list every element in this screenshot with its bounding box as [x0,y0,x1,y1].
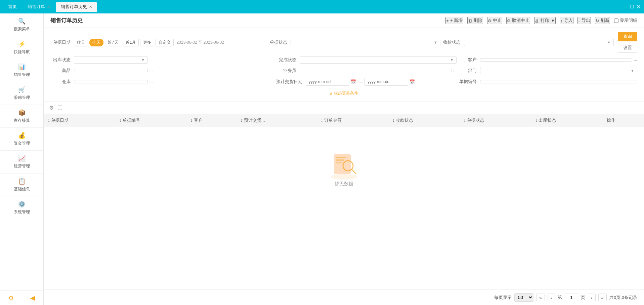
sidebar-item-basic-info-label: 基础信息 [14,186,30,192]
show-detail-label: 显示明细 [620,17,637,24]
complete-status-select[interactable]: ▼ [300,56,457,64]
tab-home[interactable]: 首页 [3,2,22,12]
import-button[interactable]: ↑ 导入 [560,17,573,24]
order-status-select[interactable]: ▼ [291,39,440,46]
salesperson-col: 业务员 ··· [276,68,457,74]
warehouse-input[interactable] [74,80,148,83]
cancel-stop-icon: ⊘ [507,18,511,23]
goods-more-icon[interactable]: ··· [149,68,153,73]
stop-button[interactable]: ⊘ 中止 [487,17,502,24]
date-btn-today[interactable]: 今天 [89,39,103,46]
finance-mgmt-icon: 💰 [18,132,26,139]
warehouse-more-icon[interactable]: ··· [149,79,153,84]
print-button[interactable]: 🖨 打印 ▼ [534,17,556,24]
sidebar-item-quick-nav[interactable]: ⚡ 快捷导航 [0,36,43,59]
department-col: 部门 ▼ [457,67,637,74]
show-detail-checkbox[interactable] [614,18,618,23]
sidebar-item-basic-info[interactable]: 📋 基础信息 [0,174,43,196]
sidebar-item-sales-mgmt-label: 销售管理 [14,72,30,78]
stop-icon: ⊘ [488,18,491,23]
collapse-button[interactable]: ∧ 收起更多条件 [50,89,637,98]
cancel-stop-button[interactable]: ⊘ 取消中止 [506,17,530,24]
goods-label: 商品 [50,68,74,74]
svg-line-6 [352,169,356,174]
salesperson-more-icon[interactable]: ··· [453,68,457,73]
delivery-date-start-calendar-icon[interactable]: 📅 [351,79,356,84]
payment-status-col: 收款状态 ▼ [440,39,614,46]
sidebar-item-purchase-mgmt[interactable]: 🛒 采购管理 [0,82,43,105]
close-btn[interactable]: ✕ [636,4,641,10]
sidebar-item-inventory[interactable]: 📦 库存核算 [0,105,43,128]
export-button[interactable]: ↓ 导出 [577,17,591,24]
salesperson-label: 业务员 [276,68,300,74]
order-status-arrow-icon: ▼ [434,40,437,44]
delivery-date-end-calendar-icon[interactable]: 📅 [410,79,415,84]
complete-status-arrow-icon: ▼ [450,58,454,62]
table-header-row: ↕ 单据日期 ↕ 单据编号 ↕ 客户 ↕ 预计交货... ↕ 订单金额 [44,114,644,127]
goods-input[interactable] [74,69,148,72]
minimize-btn[interactable]: — [622,4,628,10]
payment-status-select[interactable]: ▼ [464,39,614,46]
first-page-btn[interactable]: « [536,294,545,301]
settings-button[interactable]: 设置 [618,43,637,53]
sidebar-item-inventory-label: 库存核算 [14,118,30,123]
purchase-mgmt-icon: 🛒 [18,86,26,93]
col-action: 操作 [603,114,644,127]
sidebar-item-search-menu[interactable]: 🔍 搜索菜单 [0,13,43,36]
date-btn-7days[interactable]: 近7天 [105,39,121,46]
salesperson-input[interactable] [300,69,452,72]
order-number-input[interactable] [480,80,637,83]
tab-sales-order-close[interactable]: ✕ [47,5,50,9]
select-all-checkbox[interactable] [58,106,62,110]
basic-info-icon: 📋 [18,178,26,185]
date-btn-more[interactable]: 更多 [140,39,154,46]
col-customer: ↕ 客户 [186,114,236,127]
warehouse-label: 仓库 [50,79,74,85]
customer-more-icon[interactable]: ··· [634,58,637,63]
sidebar-collapse-icon[interactable]: ◀ [30,294,35,302]
date-btn-yesterday[interactable]: 昨天 [74,39,88,46]
col-action-label: 操作 [607,118,615,123]
sidebar-item-system-mgmt[interactable]: ⚙️ 系统管理 [0,196,43,219]
warehouse-status-select[interactable]: ▼ [74,56,148,64]
col-payment-status-label: ↕ 收款状态 [392,118,413,123]
page-number-input[interactable] [565,294,578,301]
filter-row-3: 商品 ··· 业务员 ··· 部门 ▼ [50,67,637,74]
sidebar-item-sales-mgmt[interactable]: 📊 销售管理 [0,59,43,82]
action-buttons-col: 查询 设置 [618,32,637,53]
delivery-date-start-input[interactable] [306,78,349,86]
col-delivery-date-label: ↕ 预计交货... [241,118,265,123]
page-label: 第 [558,295,562,301]
export-label: 导出 [582,17,590,24]
date-btn-custom[interactable]: 自定义 [156,39,174,46]
tab-sales-order-history-close[interactable]: ✕ [89,5,92,9]
maximize-btn[interactable]: □ [630,4,634,10]
next-page-btn[interactable]: › [588,294,595,301]
refresh-button[interactable]: ↻ 刷新 [595,17,610,24]
filter-area: 单据日期 昨天 今天 近7天 近1月 更多 自定义 2023-06-02 至 2… [44,28,644,102]
sidebar-settings-icon[interactable]: ⚙ [8,294,14,302]
sidebar-item-finance-mgmt[interactable]: 💰 资金管理 [0,128,43,151]
table-settings-icon[interactable]: ⚙ [49,105,54,111]
delivery-date-end-input[interactable] [364,78,408,86]
department-select[interactable]: ▼ [480,67,637,74]
sidebar-item-finance-mgmt-label: 资金管理 [14,141,30,146]
delete-button[interactable]: 🗑 删除 [467,17,483,24]
toolbar: + + 新增 🗑 删除 ⊘ 中止 ⊘ 取消中止 🖨 打印 [445,17,637,24]
page-header: 销售订单历史 + + 新增 🗑 删除 ⊘ 中止 ⊘ 取消中止 [44,13,644,28]
tab-sales-order[interactable]: 销售订单 ✕ [23,2,55,12]
import-label: 导入 [564,17,573,24]
pagination: 每页显示 50 20 100 « ‹ 第 页 › » 共0页,0条记录 [44,290,644,305]
query-button[interactable]: 查询 [618,32,637,41]
date-btn-1month[interactable]: 近1月 [123,39,139,46]
tab-sales-order-history[interactable]: 销售订单历史 ✕ [56,2,97,12]
prev-page-btn[interactable]: ‹ [548,294,555,301]
customer-input[interactable] [480,58,632,62]
col-warehouse-status: ↕ 出库状态 [531,114,603,127]
system-mgmt-icon: ⚙️ [18,200,26,208]
sidebar-item-business-mgmt[interactable]: 📈 经营管理 [0,151,43,174]
last-page-btn[interactable]: » [598,294,607,301]
new-button[interactable]: + + 新增 [445,17,463,24]
show-detail-checkbox-label[interactable]: 显示明细 [614,17,637,24]
per-page-select[interactable]: 50 20 100 [514,293,533,302]
